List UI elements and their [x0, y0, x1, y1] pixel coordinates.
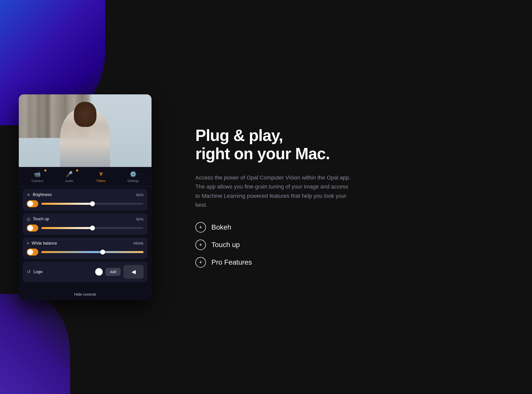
touchup-value: 50% [136, 217, 144, 221]
logo-control: ↺ Logo Add ◀ [23, 262, 148, 282]
settings-tab-label: Settings [127, 179, 139, 183]
whitebalance-name: White balance [32, 241, 57, 246]
touchup-footer [27, 225, 144, 232]
touchup-control: ◎ Touch up 50% [23, 213, 148, 235]
touchup-slider[interactable] [41, 227, 144, 229]
logo-controls-right: Add ◀ [95, 265, 144, 279]
tab-settings[interactable]: ⚙️ Settings [117, 167, 149, 186]
logo-color-circle[interactable] [95, 268, 103, 276]
whitebalance-icon: ≡ [27, 241, 29, 246]
feature-touchup: + Touch up [195, 240, 351, 250]
whitebalance-slider-thumb [100, 250, 105, 255]
whitebalance-label-group: ≡ White balance [27, 241, 57, 246]
camera-tab-dot [44, 169, 46, 171]
marketing-content: Plug & play, right on your Mac. Access t… [195, 126, 351, 268]
tab-camera[interactable]: 📹 Camera [21, 167, 53, 186]
hide-controls-button[interactable]: Hide controls [19, 289, 152, 300]
headline-line1: Plug & play, [195, 126, 283, 144]
pro-features-label: Pro Features [211, 258, 252, 266]
brightness-slider[interactable] [41, 203, 144, 205]
touchup-feature-label: Touch up [211, 241, 240, 249]
touchup-plus-icon: + [195, 240, 206, 250]
whitebalance-slider[interactable] [41, 251, 144, 253]
left-panel: 📹 Camera 🎤 Audio ⛛ Filters ⚙️ Settings [0, 0, 170, 394]
audio-tab-dot [76, 169, 78, 171]
audio-tab-icon: 🎤 [66, 171, 73, 177]
brightness-toggle[interactable] [27, 200, 38, 207]
brightness-label-group: ☀ Brightness [27, 192, 52, 197]
bokeh-label: Bokeh [211, 223, 231, 231]
pro-plus-icon: + [195, 257, 206, 268]
camera-preview [19, 94, 152, 167]
logo-preview-icon: ◀ [131, 269, 136, 275]
filters-tab-icon: ⛛ [98, 171, 104, 177]
brightness-footer [27, 200, 144, 207]
brightness-slider-fill [41, 203, 92, 205]
tab-bar: 📹 Camera 🎤 Audio ⛛ Filters ⚙️ Settings [19, 167, 152, 186]
controls-area: ☀ Brightness 50% [19, 186, 152, 289]
camera-tab-icon: 📹 [34, 171, 41, 177]
feature-list: + Bokeh + Touch up + Pro Features [195, 222, 351, 268]
whitebalance-footer [27, 249, 144, 256]
logo-left-group: ↺ Logo [27, 269, 43, 275]
feature-bokeh: + Bokeh [195, 222, 351, 233]
touchup-slider-thumb [90, 226, 95, 231]
brightness-control: ☀ Brightness 50% [23, 189, 148, 211]
feature-pro: + Pro Features [195, 257, 351, 268]
whitebalance-toggle-thumb [28, 249, 33, 255]
logo-name: Logo [34, 270, 43, 274]
brightness-header: ☀ Brightness 50% [27, 192, 144, 197]
tab-audio[interactable]: 🎤 Audio [53, 167, 85, 186]
brightness-slider-thumb [90, 201, 95, 206]
headline: Plug & play, right on your Mac. [195, 126, 351, 163]
brightness-toggle-thumb [28, 201, 33, 207]
right-panel: Plug & play, right on your Mac. Access t… [170, 0, 532, 394]
filters-tab-label: Filters [97, 179, 105, 183]
tab-filters[interactable]: ⛛ Filters [85, 167, 117, 186]
person-head [74, 102, 96, 127]
headline-line2: right on your Mac. [195, 145, 330, 163]
brightness-value: 50% [136, 193, 144, 197]
touchup-slider-fill [41, 227, 92, 229]
audio-tab-label: Audio [65, 179, 73, 183]
touchup-toggle-thumb [28, 225, 33, 231]
whitebalance-value: 5600k [133, 241, 144, 245]
logo-preview-box: ◀ [123, 265, 144, 279]
whitebalance-header: ≡ White balance 5600k [27, 241, 144, 246]
whitebalance-toggle[interactable] [27, 249, 38, 256]
brightness-name: Brightness [33, 192, 52, 197]
bokeh-plus-icon: + [195, 222, 206, 233]
touchup-label-group: ◎ Touch up [27, 217, 49, 222]
camera-tab-label: Camera [32, 179, 43, 183]
app-window: 📹 Camera 🎤 Audio ⛛ Filters ⚙️ Settings [19, 94, 152, 300]
touchup-icon: ◎ [27, 217, 30, 222]
description-text: Access the power of Opal Computer Vision… [195, 173, 351, 210]
brightness-icon: ☀ [27, 192, 30, 197]
touchup-toggle[interactable] [27, 225, 38, 232]
touchup-header: ◎ Touch up 50% [27, 217, 144, 222]
logo-add-button[interactable]: Add [106, 268, 120, 276]
logo-icon: ↺ [27, 269, 31, 275]
settings-tab-icon: ⚙️ [130, 171, 137, 177]
whitebalance-slider-fill [41, 251, 144, 253]
whitebalance-control: ≡ White balance 5600k [23, 238, 148, 259]
touchup-name: Touch up [33, 217, 49, 221]
